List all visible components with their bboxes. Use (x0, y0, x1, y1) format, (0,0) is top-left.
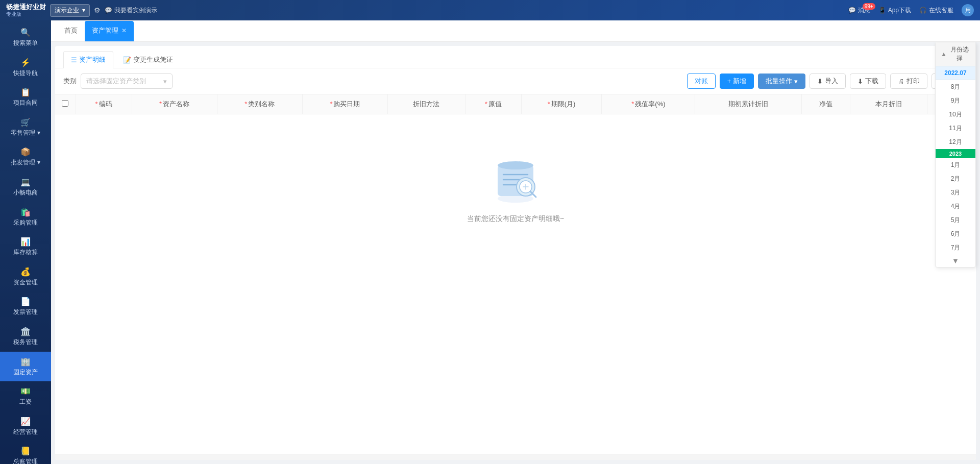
asset-table: *编码 *资产名称 *类别名称 *购买日期 折旧方法 *原值 *期限(月) *残… (55, 94, 976, 114)
voucher-icon: 📝 (123, 56, 131, 64)
top-bar-right: 💬 消息 99+ 📱 App下载 🎧 在线客服 用 (848, 4, 974, 16)
tab-asset-management[interactable]: 资产管理 ✕ (85, 21, 134, 41)
sidebar-item-purchase[interactable]: 🛍️ 采购管理 (0, 202, 51, 232)
sidebar-item-fixed-assets[interactable]: 🏢 固定资产 (0, 352, 51, 382)
toolbar-left: 类别 请选择固定资产类别 ▾ (63, 74, 173, 89)
th-accumulated-depreciation: 期初累计折旧 (695, 94, 802, 114)
months-2023-list: 1月 2月 3月 4月 5月 6月 7月 (936, 158, 975, 255)
inventory-icon: 📊 (20, 237, 31, 247)
top-bar: 畅捷通好业财 专业版 演示企业 ▾ ⚙ 💬 我要看实例演示 💬 消息 99+ 📱… (0, 0, 980, 20)
select-all-checkbox-header[interactable] (55, 94, 76, 114)
sidebar-label-purchase: 采购管理 (13, 219, 38, 227)
page-content: ☰ 资产明细 📝 变更生成凭证 类别 请选择固定资产类别 (51, 42, 980, 464)
list-icon: ☰ (71, 56, 77, 64)
table-container[interactable]: *编码 *资产名称 *类别名称 *购买日期 折旧方法 *原值 *期限(月) *残… (55, 94, 976, 454)
tab-bar: 首页 资产管理 ✕ (51, 20, 980, 42)
category-select[interactable]: 请选择固定资产类别 ▾ (81, 74, 173, 89)
empty-illustration (485, 155, 546, 206)
sub-tab-asset-detail[interactable]: ☰ 资产明细 (63, 51, 113, 68)
import-icon: ⬇ (817, 78, 823, 85)
sidebar-label-project: 项目合同 (13, 99, 38, 107)
sidebar-item-operations[interactable]: 📈 经营管理 (0, 411, 51, 442)
empty-state: 当前您还没有固定资产明细哦~ (55, 114, 976, 264)
project-icon: 📋 (20, 87, 31, 97)
sidebar-label-retail: 零售管理 ▾ (11, 129, 40, 137)
sidebar-item-search[interactable]: 🔍 搜索菜单 (0, 22, 51, 53)
sidebar-item-quick-nav[interactable]: ⚡ 快捷导航 (0, 53, 51, 83)
sidebar-label-fixed-assets: 固定资产 (13, 369, 38, 377)
ledger-icon: 📒 (20, 446, 31, 456)
company-selector[interactable]: 演示企业 ▾ (50, 4, 90, 17)
print-label: 打印 (906, 77, 920, 86)
reconcile-button[interactable]: 对账 (687, 74, 716, 89)
th-period: *期限(月) (521, 94, 602, 114)
sidebar-item-invoice[interactable]: 📄 发票管理 (0, 291, 51, 322)
sidebar-item-wholesale[interactable]: 📦 批发管理 ▾ (0, 142, 51, 172)
tab-close-icon[interactable]: ✕ (121, 27, 127, 34)
demo-link[interactable]: 💬 我要看实例演示 (105, 6, 157, 15)
sidebar-item-retail[interactable]: 🛒 零售管理 ▾ (0, 112, 51, 142)
month-item-4[interactable]: 4月 (936, 200, 975, 213)
sidebar-label-invoice: 发票管理 (13, 308, 38, 316)
app-download-button[interactable]: 📱 App下载 (878, 6, 911, 15)
batch-ops-button[interactable]: 批量操作 ▾ (758, 74, 805, 89)
add-label: + 新增 (727, 77, 746, 86)
month-item-1[interactable]: 1月 (936, 158, 975, 172)
sub-tab-asset-detail-label: 资产明细 (79, 55, 106, 64)
chevron-down-icon: ▾ (82, 7, 85, 14)
import-button[interactable]: ⬇ 导入 (810, 74, 846, 89)
app-logo: 畅捷通好业财 专业版 (6, 3, 46, 17)
print-button[interactable]: 🖨 打印 (890, 74, 927, 89)
sidebar-item-tax[interactable]: 🏛️ 税务管理 (0, 322, 51, 352)
month-panel-header: ▲ 月份选择 (936, 42, 975, 66)
bottom-scroll-bar[interactable] (55, 454, 976, 460)
sidebar-label-finance: 资金管理 (13, 279, 38, 287)
sidebar-item-project[interactable]: 📋 项目合同 (0, 82, 51, 112)
online-service-button[interactable]: 🎧 在线客服 (919, 6, 953, 15)
sidebar-item-salary[interactable]: 💵 工资 (0, 381, 51, 411)
main-panel: ☰ 资产明细 📝 变更生成凭证 类别 请选择固定资产类别 (55, 46, 976, 460)
sidebar-label-quick-nav: 快捷导航 (13, 69, 38, 78)
sidebar-item-inventory[interactable]: 📊 库存核算 (0, 232, 51, 262)
table-header-row: *编码 *资产名称 *类别名称 *购买日期 折旧方法 *原值 *期限(月) *残… (55, 94, 976, 114)
sidebar-item-finance[interactable]: 💰 资金管理 (0, 262, 51, 292)
th-purchase-date: *购买日期 (302, 94, 387, 114)
search-icon: 🔍 (20, 28, 31, 37)
quick-nav-icon: ⚡ (20, 58, 31, 67)
month-item-5[interactable]: 5月 (936, 213, 975, 227)
tab-asset-management-label: 资产管理 (92, 26, 118, 35)
category-filter: 类别 请选择固定资产类别 ▾ (63, 74, 173, 89)
month-item-11[interactable]: 11月 (936, 121, 975, 135)
sub-tab-change-voucher[interactable]: 📝 变更生成凭证 (115, 51, 181, 68)
svg-point-2 (498, 161, 533, 169)
download-button[interactable]: ⬇ 下载 (850, 74, 886, 89)
th-residual-rate: *残值率(%) (602, 94, 695, 114)
month-item-3[interactable]: 3月 (936, 186, 975, 200)
select-arrow-icon: ▾ (163, 78, 167, 85)
batch-dropdown-icon: ▾ (794, 78, 798, 85)
sidebar-label-ledger: 总账管理 (13, 458, 38, 464)
month-item-2[interactable]: 2月 (936, 172, 975, 186)
sidebar-item-ecommerce[interactable]: 💻 小畅电商 (0, 172, 51, 202)
month-item-12[interactable]: 12月 (936, 135, 975, 149)
add-button[interactable]: + 新增 (720, 74, 754, 89)
current-year-month[interactable]: 2022.07 (936, 66, 975, 80)
operations-icon: 📈 (20, 417, 31, 426)
user-avatar[interactable]: 用 (962, 4, 974, 16)
tab-home-label: 首页 (64, 26, 78, 35)
select-all-checkbox[interactable] (62, 100, 68, 107)
reconcile-label: 对账 (695, 77, 708, 86)
message-button[interactable]: 💬 消息 99+ (848, 6, 870, 15)
month-item-10[interactable]: 10月 (936, 108, 975, 121)
month-item-7[interactable]: 7月 (936, 241, 975, 255)
month-panel: ▲ 月份选择 2022.07 8月 9月 10月 11月 12月 2023 1月… (935, 42, 976, 267)
month-nav-up-button[interactable]: ▲ (940, 51, 948, 58)
month-item-8[interactable]: 8月 (936, 80, 975, 94)
settings-button[interactable]: ⚙ (94, 6, 101, 14)
sidebar-item-ledger[interactable]: 📒 总账管理 (0, 441, 51, 464)
th-original-value: *原值 (465, 94, 521, 114)
month-item-6[interactable]: 6月 (936, 227, 975, 241)
month-nav-down-button[interactable]: ▼ (936, 255, 975, 267)
month-item-9[interactable]: 9月 (936, 94, 975, 108)
tab-home[interactable]: 首页 (57, 21, 85, 41)
